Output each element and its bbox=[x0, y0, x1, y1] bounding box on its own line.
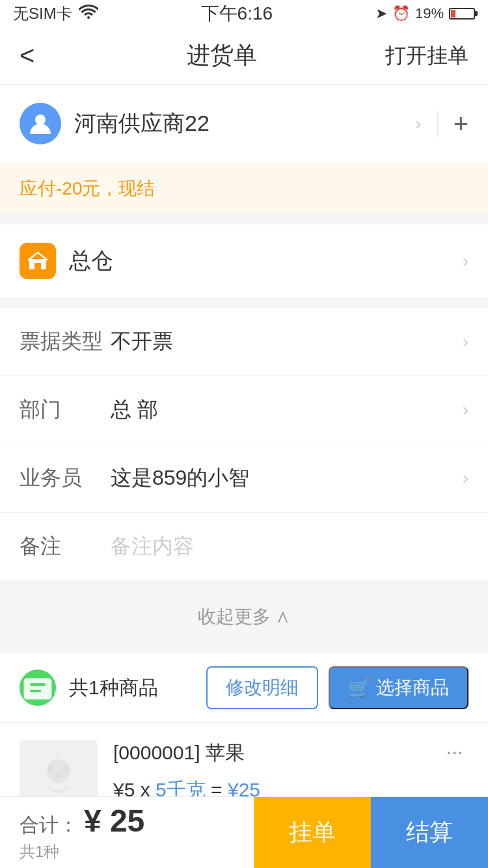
invoice-label: 票据类型 bbox=[20, 327, 111, 356]
add-supplier-button[interactable]: + bbox=[454, 109, 468, 139]
supplier-divider bbox=[437, 111, 438, 137]
total-label: 合计： bbox=[20, 814, 78, 835]
remark-label: 备注 bbox=[20, 532, 111, 561]
supplier-warning: 应付-20元，现结 bbox=[0, 163, 488, 214]
remark-row[interactable]: 备注 备注内容 bbox=[0, 513, 488, 580]
svg-point-0 bbox=[35, 115, 46, 125]
separator bbox=[0, 643, 488, 653]
status-left: 无SIM卡 bbox=[13, 3, 98, 24]
location-icon: ➤ bbox=[375, 5, 387, 22]
supplier-name: 河南供应商22 bbox=[74, 109, 415, 139]
wifi-icon bbox=[79, 5, 98, 23]
svg-point-7 bbox=[55, 772, 62, 778]
status-right: ➤ ⏰ 19% bbox=[375, 5, 475, 22]
nav-bar: < 进货单 打开挂单 bbox=[0, 27, 488, 85]
collapse-label: 收起更多 ∧ bbox=[198, 604, 291, 629]
total-amount: ¥ 25 bbox=[84, 804, 144, 838]
total-section: 合计： ¥ 25 共1种 bbox=[0, 803, 254, 862]
page-title: 进货单 bbox=[187, 40, 257, 72]
warehouse-card[interactable]: 总仓 › bbox=[0, 224, 488, 297]
product-info: [0000001] 苹果 ¥5 x 5千克 = ¥25 bbox=[113, 740, 441, 804]
warehouse-row[interactable]: 总仓 › bbox=[0, 224, 488, 297]
collapse-bar[interactable]: 收起更多 ∧ bbox=[0, 591, 488, 643]
battery-percent: 19% bbox=[415, 5, 444, 22]
total-count: 共1种 bbox=[20, 841, 234, 862]
sales-chevron-icon: › bbox=[463, 468, 468, 489]
supplier-row[interactable]: 河南供应商22 › + bbox=[0, 85, 488, 163]
product-title: 苹果 bbox=[206, 742, 245, 763]
supplier-avatar bbox=[20, 103, 61, 144]
checkout-button[interactable]: 结算 bbox=[371, 797, 488, 869]
warehouse-icon bbox=[20, 243, 56, 279]
sales-label: 业务员 bbox=[20, 464, 111, 493]
svg-rect-2 bbox=[34, 263, 41, 269]
warehouse-name: 总仓 bbox=[69, 246, 463, 276]
warehouse-chevron-icon: › bbox=[463, 251, 468, 271]
network-label: 无SIM卡 bbox=[13, 3, 72, 24]
supplier-chevron-icon: › bbox=[415, 113, 421, 134]
products-icon bbox=[20, 670, 56, 706]
remark-input[interactable]: 备注内容 bbox=[111, 532, 468, 561]
total-row: 合计： ¥ 25 bbox=[20, 803, 234, 839]
battery-icon bbox=[449, 8, 475, 20]
alarm-icon: ⏰ bbox=[392, 5, 410, 22]
dept-value: 总 部 bbox=[111, 396, 463, 424]
bottom-bar: 合计： ¥ 25 共1种 挂单 结算 bbox=[0, 796, 488, 868]
invoice-row[interactable]: 票据类型 不开票 › bbox=[0, 308, 488, 376]
select-product-button[interactable]: 🛒 选择商品 bbox=[329, 666, 468, 709]
product-name: [0000001] 苹果 bbox=[113, 740, 441, 766]
edit-detail-button[interactable]: 修改明细 bbox=[206, 666, 318, 709]
svg-point-6 bbox=[63, 765, 70, 772]
svg-point-5 bbox=[47, 765, 54, 772]
form-card: 票据类型 不开票 › 部门 总 部 › 业务员 这是859的小智 › 备注 备注… bbox=[0, 308, 488, 580]
invoice-chevron-icon: › bbox=[463, 331, 468, 352]
supplier-card: 河南供应商22 › + 应付-20元，现结 bbox=[0, 85, 488, 214]
status-time: 下午6:16 bbox=[201, 1, 273, 26]
sales-value: 这是859的小智 bbox=[111, 464, 463, 493]
product-more-button[interactable]: ··· bbox=[441, 740, 468, 764]
dept-label: 部门 bbox=[20, 396, 111, 424]
invoice-value: 不开票 bbox=[111, 327, 463, 356]
back-button[interactable]: < bbox=[20, 41, 59, 70]
status-bar: 无SIM卡 下午6:16 ➤ ⏰ 19% bbox=[0, 0, 488, 27]
dept-row[interactable]: 部门 总 部 › bbox=[0, 376, 488, 444]
product-code: [0000001] bbox=[113, 742, 200, 763]
select-product-label: 选择商品 bbox=[376, 675, 449, 700]
products-header: 共1种商品 修改明细 🛒 选择商品 bbox=[0, 653, 488, 723]
hang-button[interactable]: 挂单 bbox=[254, 797, 371, 869]
cart-icon: 🛒 bbox=[348, 677, 371, 699]
main-content: 河南供应商22 › + 应付-20元，现结 总仓 › 票据类型 不开票 › 部门… bbox=[0, 85, 488, 834]
products-count: 共1种商品 bbox=[69, 675, 206, 701]
open-hang-button[interactable]: 打开挂单 bbox=[385, 42, 468, 70]
sales-row[interactable]: 业务员 这是859的小智 › bbox=[0, 444, 488, 513]
svg-rect-3 bbox=[24, 678, 52, 699]
dept-chevron-icon: › bbox=[463, 400, 468, 420]
